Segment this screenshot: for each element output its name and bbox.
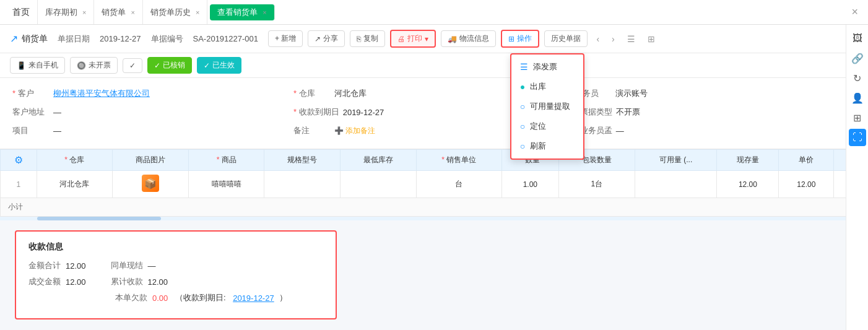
row-stock: 12.00	[717, 171, 779, 198]
available-qty-label: 可用量提取	[530, 101, 570, 112]
tab-sales-order[interactable]: 销货单 ×	[94, 0, 142, 24]
operations-icon: ⊞	[508, 35, 514, 43]
dropdown-add-invoice[interactable]: ☰ 添发票	[511, 57, 583, 77]
row-pack-qty: 1台	[559, 171, 635, 198]
history-label: 历史单据	[551, 33, 581, 44]
project-field: 项目 —	[12, 125, 293, 136]
new-button[interactable]: + 新增	[268, 30, 303, 47]
add-invoice-icon: ☰	[520, 62, 528, 72]
tab-inventory-init[interactable]: 库存期初 ×	[38, 0, 94, 24]
outstanding-value: 0.00	[152, 293, 168, 303]
sidebar-image-icon[interactable]: 🖼	[849, 30, 866, 47]
view-grid[interactable]: ⊞	[644, 32, 659, 46]
dropdown-outbound[interactable]: ● 出库	[511, 77, 583, 97]
settings-column-header[interactable]: ⚙	[1, 150, 37, 171]
sidebar-expand-icon[interactable]: ⛶	[849, 129, 866, 146]
dropdown-menu: ☰ 添发票 ● 出库 ○ 可用量提取 ○ 定位	[510, 53, 584, 160]
tab-bar-close-button[interactable]: ×	[846, 6, 863, 19]
from-phone-button[interactable]: 📱 来自手机	[10, 57, 65, 74]
sidebar-rotate-icon[interactable]: ↻	[849, 69, 866, 87]
share-button[interactable]: ↗ 分享	[308, 30, 345, 47]
address-value: —	[53, 108, 61, 117]
doc-meta: 单据日期 2019-12-27 单据编号 SA-20191227-001	[58, 33, 258, 45]
dropdown-available-qty[interactable]: ○ 可用量提取	[511, 97, 583, 116]
operations-dropdown: ☰ 添发票 ● 出库 ○ 可用量提取 ○ 定位	[510, 53, 584, 160]
copy-label: 复制	[363, 33, 378, 44]
dropdown-locate[interactable]: ○ 定位	[511, 116, 583, 136]
check-icon: ✓	[129, 61, 136, 70]
product-table-wrap: ⚙ 仓库 商品图片 商品 规格型号 最低库存 销售单位 数量 包装数量 可用量 …	[0, 149, 868, 220]
tab-home[interactable]: 首页	[5, 0, 38, 24]
sidebar-link-icon[interactable]: 🔗	[849, 50, 866, 67]
tab-view-sales-order[interactable]: 查看销货单 ×	[210, 4, 274, 20]
already-cancelled-button[interactable]: ✓ 已核销	[147, 57, 192, 74]
share-icon: ↗	[315, 35, 321, 43]
row-min-stock	[341, 171, 417, 198]
info-row-3: 本单欠款 0.00 （收款到期日: 2019-12-27 ）	[28, 292, 323, 303]
print-icon: 🖨	[397, 35, 405, 43]
outstanding-note: （收款到期日:	[173, 292, 228, 303]
history-button[interactable]: 历史单据	[544, 30, 588, 47]
doc-actions-wrap: + 新增 ↗ 分享 ⎘ 复制 🖨 打印 ▾ 🚚 物流信息 ⊞ 操作	[268, 30, 659, 48]
print-dropdown-arrow: ▾	[425, 35, 428, 43]
ticket-type-value: 不开票	[616, 106, 640, 118]
toolbar-row: 📱 来自手机 🔘 未开票 ✓ ✓ 已核销 ✓ 已生效	[0, 53, 868, 78]
operations-label: 操作	[517, 33, 532, 44]
sidebar-grid-icon[interactable]: ⊞	[849, 109, 866, 126]
phone-icon: 📱	[17, 61, 26, 70]
nav-prev[interactable]: ‹	[592, 32, 603, 46]
staff2-field: 业务员孟 —	[575, 125, 856, 136]
nav-next[interactable]: ›	[608, 32, 618, 46]
warehouse-column-header: 仓库	[37, 150, 113, 171]
due-date-value[interactable]: 2019-12-27	[233, 293, 274, 303]
unit-price-column-header: 单价	[779, 150, 834, 171]
close-sales-order-history[interactable]: ×	[196, 9, 199, 16]
operations-button[interactable]: ⊞ 操作	[501, 30, 539, 48]
close-sales-order[interactable]: ×	[131, 9, 134, 16]
customer-value[interactable]: 柳州粤港平安气体有限公司	[53, 88, 150, 99]
payment-date-label: 收款到期日	[293, 106, 339, 118]
doc-no-value: SA-20191227-001	[193, 34, 259, 43]
doc-title-text: 销货单	[22, 33, 48, 45]
transaction-value: 12.00	[66, 277, 86, 287]
print-button[interactable]: 🖨 打印 ▾	[390, 30, 436, 48]
product-table: ⚙ 仓库 商品图片 商品 规格型号 最低库存 销售单位 数量 包装数量 可用量 …	[0, 149, 868, 217]
note-label: 备注	[293, 125, 331, 136]
add-note-button[interactable]: ➕ 添加备注	[334, 126, 375, 136]
main-area: ↗ 销货单 单据日期 2019-12-27 单据编号 SA-20191227-0…	[0, 25, 868, 330]
add-invoice-label: 添发票	[533, 61, 557, 72]
dropdown-refresh[interactable]: ○ 刷新	[511, 136, 583, 156]
copy-icon: ⎘	[357, 35, 361, 43]
close-view-sales-order[interactable]: ×	[263, 9, 266, 16]
refresh-icon: ○	[520, 141, 525, 151]
logistics-button[interactable]: 🚚 物流信息	[441, 30, 496, 47]
row-warehouse: 河北仓库	[37, 171, 113, 198]
already-effective-label: 已生效	[212, 60, 235, 71]
same-order-item: 同单现结 —	[111, 260, 156, 271]
already-effective-button[interactable]: ✓ 已生效	[197, 57, 241, 74]
outstanding-item: 本单欠款 0.00 （收款到期日: 2019-12-27 ）	[115, 292, 287, 303]
close-inventory-init[interactable]: ×	[82, 9, 86, 16]
check-button[interactable]: ✓	[123, 58, 142, 73]
row-available	[635, 171, 717, 198]
tab-sales-order-history[interactable]: 销货单历史 ×	[143, 0, 207, 24]
stock-column-header: 现存量	[717, 150, 779, 171]
copy-button[interactable]: ⎘ 复制	[350, 30, 385, 47]
row-unit-price: 12.00	[779, 171, 834, 198]
table-header-row: ⚙ 仓库 商品图片 商品 规格型号 最低库存 销售单位 数量 包装数量 可用量 …	[1, 150, 868, 171]
same-order-value: —	[148, 261, 156, 271]
info-row-1: 金额合计 12.00 同单现结 —	[28, 260, 323, 271]
not-open-button[interactable]: 🔘 未开票	[70, 57, 118, 74]
view-list[interactable]: ☰	[623, 32, 639, 46]
staff-field: 业务员 演示账号	[575, 88, 856, 99]
sidebar-user-icon[interactable]: 👤	[849, 89, 866, 106]
locate-icon: ○	[520, 121, 525, 131]
project-label: 项目	[12, 125, 50, 136]
outbound-icon: ●	[520, 82, 525, 92]
outbound-label: 出库	[530, 81, 546, 92]
image-column-header: 商品图片	[113, 150, 189, 171]
outstanding-bracket: ）	[279, 292, 287, 303]
unit-column-header: 销售单位	[416, 150, 501, 171]
logistics-label: 物流信息	[459, 33, 489, 44]
transaction-label: 成交金额	[28, 276, 61, 287]
